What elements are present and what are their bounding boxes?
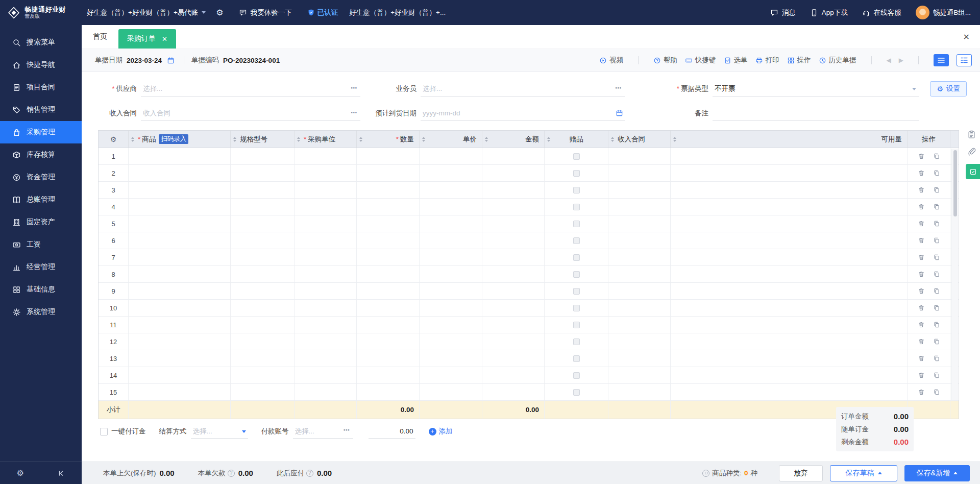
cell-income-contract[interactable] [608,384,671,400]
cell-product[interactable] [129,148,231,164]
cell-qty[interactable] [357,367,420,383]
copy-row-icon[interactable] [933,338,940,345]
calendar-icon[interactable] [616,109,623,117]
pay-account-select[interactable] [295,427,344,435]
col-gift[interactable]: 赠品 [545,131,608,148]
cell-amount[interactable] [482,266,545,282]
cell-amount[interactable] [482,199,545,215]
cell-amount[interactable] [482,232,545,249]
cell-product[interactable] [129,182,231,198]
copy-row-icon[interactable] [933,153,940,160]
copy-row-icon[interactable] [933,304,940,311]
cell-amount[interactable] [482,367,545,383]
cell-price[interactable] [420,249,482,265]
cell-amount[interactable] [482,148,545,164]
cell-income-contract[interactable] [608,283,671,299]
copy-row-icon[interactable] [933,372,940,379]
cell-spec[interactable] [231,215,295,232]
doc-date-value[interactable]: 2023-03-24 [127,57,162,64]
delete-row-icon[interactable] [918,321,925,328]
col-unit[interactable]: 采购单位 [295,131,357,148]
sidebar-item-sales[interactable]: 销售管理 [0,99,82,121]
help-circle-icon[interactable]: ? [306,470,313,477]
cell-income-contract[interactable] [608,300,671,316]
gift-checkbox[interactable] [573,271,580,278]
cell-price[interactable] [420,333,482,350]
cell-product[interactable] [129,165,231,181]
cell-spec[interactable] [231,199,295,215]
cell-spec[interactable] [231,232,295,249]
pay-account-picker-icon[interactable]: ⋯ [344,426,351,434]
cell-product[interactable] [129,384,231,400]
cell-amount[interactable] [482,215,545,232]
delete-row-icon[interactable] [918,237,925,244]
cell-spec[interactable] [231,283,295,299]
cell-unit[interactable] [295,367,357,383]
cell-product[interactable] [129,283,231,299]
copy-row-icon[interactable] [933,389,940,396]
delete-row-icon[interactable] [918,372,925,379]
view-toggle-table[interactable] [934,54,949,66]
settle-method-select[interactable] [193,427,239,435]
copy-row-icon[interactable] [933,254,940,261]
cell-amount[interactable] [482,350,545,367]
cell-spec[interactable] [231,367,295,383]
cell-price[interactable] [420,232,482,249]
product-selector[interactable]: 好生意（普）+好业财（普）+易代账 [87,8,206,17]
supplier-picker-icon[interactable]: ⋯ [351,84,358,92]
cell-qty[interactable] [357,333,420,350]
col-income-contract[interactable]: 收入合同 [608,131,671,148]
cell-spec[interactable] [231,148,295,164]
cell-unit[interactable] [295,232,357,249]
cell-amount[interactable] [482,300,545,316]
col-extra[interactable] [671,131,699,148]
messages-button[interactable]: 消息 [770,8,796,17]
app-download-button[interactable]: App下载 [810,8,848,17]
cell-amount[interactable] [482,384,545,400]
copy-row-icon[interactable] [933,271,940,278]
gift-checkbox[interactable] [573,288,580,295]
cell-price[interactable] [420,384,482,400]
gift-checkbox[interactable] [573,389,580,396]
cell-income-contract[interactable] [608,266,671,282]
app-logo[interactable]: 畅捷通好业财 普及版 [0,6,82,19]
attachment-icon[interactable] [967,147,976,156]
salesman-input[interactable] [423,85,615,92]
history-button[interactable]: 历史单据 [819,56,856,65]
gift-checkbox[interactable] [573,170,580,177]
cell-price[interactable] [420,182,482,198]
gift-checkbox[interactable] [573,204,580,210]
cell-qty[interactable] [357,232,420,249]
cell-price[interactable] [420,266,482,282]
cell-qty[interactable] [357,249,420,265]
cell-amount[interactable] [482,165,545,181]
bill-type-select[interactable] [715,85,909,92]
cell-product[interactable] [129,350,231,367]
sidebar-item-baseinfo[interactable]: 基础信息 [0,278,82,301]
cell-amount[interactable] [482,249,545,265]
table-scrollbar[interactable] [951,149,958,400]
topbar-gear-icon[interactable]: ⚙ [216,8,223,17]
cell-qty[interactable] [357,266,420,282]
salesman-picker-icon[interactable]: ⋯ [615,84,623,92]
delete-row-icon[interactable] [918,355,925,362]
copy-row-icon[interactable] [933,237,940,244]
pick-list-button[interactable]: 选单 [724,56,748,65]
column-settings[interactable]: ⚙ [99,131,129,148]
delete-row-icon[interactable] [918,203,925,210]
tab-close-icon[interactable]: ✕ [162,36,167,42]
cell-qty[interactable] [357,350,420,367]
cell-unit[interactable] [295,266,357,282]
cell-price[interactable] [420,367,482,383]
copy-row-icon[interactable] [933,170,940,177]
cell-unit[interactable] [295,249,357,265]
cell-product[interactable] [129,215,231,232]
gift-checkbox[interactable] [573,305,580,311]
copy-row-icon[interactable] [933,355,940,362]
gift-checkbox[interactable] [573,338,580,345]
gift-checkbox[interactable] [573,355,580,362]
delete-row-icon[interactable] [918,304,925,311]
arrival-date-input[interactable] [423,109,615,117]
cell-income-contract[interactable] [608,249,671,265]
cell-product[interactable] [129,300,231,316]
